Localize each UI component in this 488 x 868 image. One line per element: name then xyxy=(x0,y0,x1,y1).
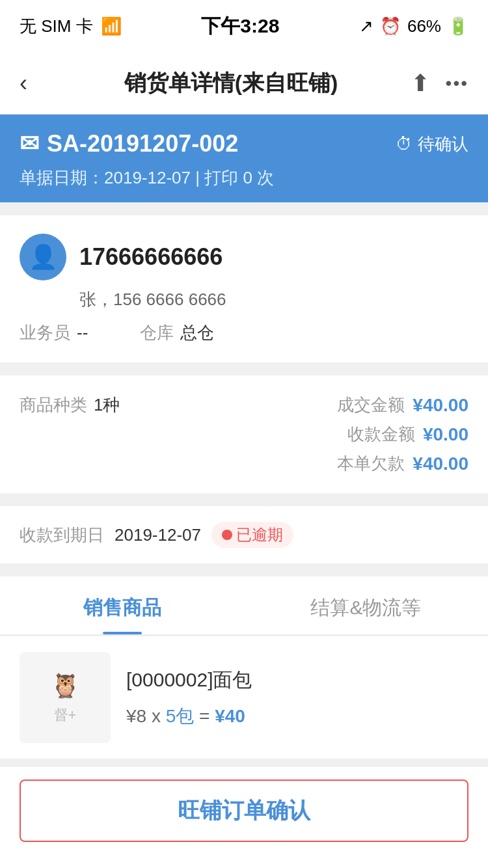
customer-info-card: 👤 17666666666 张，156 6666 6666 业务员 -- 仓库 … xyxy=(0,215,488,362)
order-id-icon: ✉ xyxy=(20,130,39,157)
status-left: 无 SIM 卡 📶 xyxy=(20,15,122,38)
salesman-meta: 业务员 -- xyxy=(20,321,88,344)
customer-phone: 17666666666 xyxy=(79,243,223,271)
warehouse-label: 仓库 xyxy=(140,321,174,344)
receipt-label: 收款金额 xyxy=(347,423,415,446)
avatar: 👤 xyxy=(20,234,66,280)
status-clock-icon: ⏱ xyxy=(396,134,413,154)
alarm-icon: ⏰ xyxy=(380,16,401,36)
tab-settlement[interactable]: 结算&物流等 xyxy=(244,576,488,634)
back-button[interactable]: ‹ xyxy=(20,70,59,97)
customer-sub: 张，156 6666 6666 xyxy=(20,288,468,311)
order-id: ✉ SA-20191207-002 xyxy=(20,130,238,157)
status-bar: 无 SIM 卡 📶 下午3:28 ↗ ⏰ 66% 🔋 xyxy=(0,0,488,52)
price-base: ¥8 x xyxy=(126,706,166,726)
owed-value: ¥40.00 xyxy=(413,454,468,474)
tab-settlement-label: 结算&物流等 xyxy=(310,597,421,618)
warehouse-value: 总仓 xyxy=(180,321,214,344)
page-title: 销货单详情(来自旺铺) xyxy=(59,68,403,98)
deal-label: 成交金额 xyxy=(337,394,405,416)
battery-icon: 🔋 xyxy=(448,16,468,36)
customer-row: 👤 17666666666 xyxy=(20,234,468,280)
salesman-value: -- xyxy=(77,323,88,343)
product-card: 🦉 督+ [0000002]面包 ¥8 x 5包 = ¥40 xyxy=(0,636,488,759)
overdue-dot-icon xyxy=(222,530,232,540)
confirm-order-button[interactable]: 旺铺订单确认 xyxy=(20,780,468,842)
category-section: 商品种类 1种 xyxy=(20,394,337,416)
location-icon: ↗ xyxy=(359,16,373,36)
due-label: 收款到期日 xyxy=(20,524,104,547)
tab-sales[interactable]: 销售商品 xyxy=(0,576,244,634)
owed-label: 本单欠款 xyxy=(337,452,405,475)
amounts-grid: 商品种类 1种 成交金额 ¥40.00 收款金额 ¥0.00 本单欠款 ¥40.… xyxy=(20,394,468,475)
owed-amount-row: 本单欠款 ¥40.00 xyxy=(337,452,468,475)
status-time: 下午3:28 xyxy=(201,13,279,40)
carrier-label: 无 SIM 卡 xyxy=(20,15,93,38)
price-total: ¥40 xyxy=(215,706,245,726)
nav-bar: ‹ 销货单详情(来自旺铺) ⬆ ••• xyxy=(0,52,488,115)
order-id-text: SA-20191207-002 xyxy=(47,130,238,157)
product-name: [0000002]面包 xyxy=(126,667,468,694)
tabs: 销售商品 结算&物流等 xyxy=(0,576,488,635)
order-date: 单据日期：2019-12-07 | 打印 0 次 xyxy=(20,167,468,189)
status-text: 待确认 xyxy=(418,133,468,156)
share-icon[interactable]: ⬆ xyxy=(411,70,430,97)
price-qty: 5包 xyxy=(166,706,195,726)
overdue-label: 已逾期 xyxy=(236,524,283,545)
more-icon[interactable]: ••• xyxy=(446,73,468,94)
category-label: 商品种类 xyxy=(20,394,87,416)
status-right: ↗ ⏰ 66% 🔋 xyxy=(359,16,468,36)
deal-value: ¥40.00 xyxy=(413,395,468,416)
receipt-amount-row: 收款金额 ¥0.00 xyxy=(347,423,468,446)
order-id-row: ✉ SA-20191207-002 ⏱ 待确认 xyxy=(20,130,468,157)
order-header: ✉ SA-20191207-002 ⏱ 待确认 单据日期：2019-12-07 … xyxy=(0,115,488,202)
product-thumbnail: 🦉 督+ xyxy=(20,652,111,743)
tab-sales-label: 销售商品 xyxy=(83,597,161,618)
nav-right-actions: ⬆ ••• xyxy=(403,70,468,97)
category-value: 1种 xyxy=(94,394,120,416)
overdue-badge: 已逾期 xyxy=(211,522,293,548)
receipt-value: ¥0.00 xyxy=(423,424,468,445)
product-info: [0000002]面包 ¥8 x 5包 = ¥40 xyxy=(126,667,468,729)
deal-amount-row: 成交金额 ¥40.00 xyxy=(337,394,468,416)
price-eq: = xyxy=(194,706,215,726)
product-price: ¥8 x 5包 = ¥40 xyxy=(126,704,468,729)
order-status: ⏱ 待确认 xyxy=(396,133,468,156)
meta-row: 业务员 -- 仓库 总仓 xyxy=(20,321,468,344)
amounts-card: 商品种类 1种 成交金额 ¥40.00 收款金额 ¥0.00 本单欠款 ¥40.… xyxy=(0,375,488,493)
wifi-icon: 📶 xyxy=(101,16,122,36)
battery-label: 66% xyxy=(407,16,441,36)
product-logo: 🦉 督+ xyxy=(51,670,80,725)
bottom-button-area: 旺铺订单确认 xyxy=(0,766,488,868)
salesman-label: 业务员 xyxy=(20,321,70,344)
due-value: 2019-12-07 xyxy=(115,525,201,545)
avatar-icon: 👤 xyxy=(29,243,58,271)
due-date-card: 收款到期日 2019-12-07 已逾期 xyxy=(0,506,488,563)
amounts-right: 成交金额 ¥40.00 收款金额 ¥0.00 本单欠款 ¥40.00 xyxy=(337,394,468,475)
warehouse-meta: 仓库 总仓 xyxy=(140,321,214,344)
